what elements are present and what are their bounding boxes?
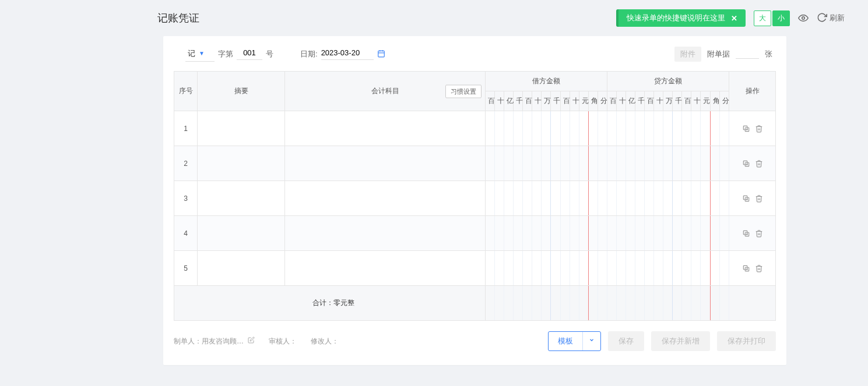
credit-digit[interactable] [654,146,663,181]
debit-digit[interactable] [514,146,523,181]
credit-digit[interactable] [710,146,719,181]
template-button[interactable]: 模板 [548,331,601,351]
credit-digit[interactable] [607,216,616,251]
debit-digit[interactable] [588,146,598,181]
debit-digit[interactable] [486,146,495,181]
debit-digit[interactable] [532,216,542,251]
summary-cell[interactable] [198,251,285,286]
credit-digit[interactable] [654,111,663,146]
debit-digit[interactable] [560,146,570,181]
size-large-button[interactable]: 大 [754,10,771,26]
credit-digit[interactable] [607,251,616,286]
copy-icon[interactable] [742,264,750,272]
summary-cell[interactable] [198,146,285,181]
debit-digit[interactable] [579,181,588,216]
debit-digit[interactable] [588,111,598,146]
credit-digit[interactable] [625,111,635,146]
debit-digit[interactable] [579,111,588,146]
debit-digit[interactable] [551,251,560,286]
debit-digit[interactable] [495,146,504,181]
credit-digit[interactable] [710,216,719,251]
debit-digit[interactable] [588,251,598,286]
credit-digit[interactable] [682,251,691,286]
summary-input[interactable] [198,112,284,146]
debit-digit[interactable] [551,181,560,216]
debit-digit[interactable] [579,216,588,251]
debit-digit[interactable] [504,181,514,216]
credit-digit[interactable] [701,146,710,181]
credit-digit[interactable] [710,181,719,216]
debit-digit[interactable] [551,216,560,251]
debit-digit[interactable] [542,181,551,216]
delete-icon[interactable] [755,124,763,133]
credit-digit[interactable] [645,216,654,251]
debit-digit[interactable] [495,251,504,286]
debit-digit[interactable] [523,111,532,146]
debit-digit[interactable] [495,216,504,251]
calendar-icon[interactable] [377,49,385,59]
credit-digit[interactable] [635,111,645,146]
delete-icon[interactable] [755,229,763,238]
summary-cell[interactable] [198,181,285,216]
credit-digit[interactable] [673,111,682,146]
credit-digit[interactable] [616,181,625,216]
credit-digit[interactable] [719,251,729,286]
debit-digit[interactable] [504,111,514,146]
credit-digit[interactable] [710,111,719,146]
debit-digit[interactable] [598,181,607,216]
debit-digit[interactable] [570,111,579,146]
debit-digit[interactable] [532,251,542,286]
debit-digit[interactable] [514,181,523,216]
credit-digit[interactable] [616,251,625,286]
voucher-type-select[interactable]: 记 ▼ [185,47,215,62]
debit-digit[interactable] [588,216,598,251]
credit-digit[interactable] [691,181,701,216]
debit-digit[interactable] [542,216,551,251]
credit-digit[interactable] [625,146,635,181]
debit-digit[interactable] [542,146,551,181]
credit-digit[interactable] [663,251,673,286]
habit-settings-button[interactable]: 习惯设置 [445,84,482,98]
debit-digit[interactable] [486,216,495,251]
save-new-button[interactable]: 保存并新增 [651,331,710,351]
debit-digit[interactable] [560,216,570,251]
account-cell[interactable] [285,111,486,146]
debit-digit[interactable] [570,216,579,251]
close-icon[interactable]: ✕ [731,14,737,23]
credit-digit[interactable] [673,181,682,216]
copy-icon[interactable] [742,124,750,133]
save-button[interactable]: 保存 [608,331,644,351]
account-cell[interactable] [285,146,486,181]
debit-digit[interactable] [486,251,495,286]
eye-icon[interactable] [798,13,809,23]
credit-digit[interactable] [719,216,729,251]
credit-digit[interactable] [625,181,635,216]
credit-digit[interactable] [719,146,729,181]
credit-digit[interactable] [635,181,645,216]
debit-digit[interactable] [514,251,523,286]
credit-digit[interactable] [654,181,663,216]
credit-digit[interactable] [645,181,654,216]
debit-digit[interactable] [495,181,504,216]
debit-digit[interactable] [486,111,495,146]
delete-icon[interactable] [755,159,763,168]
debit-digit[interactable] [588,181,598,216]
credit-digit[interactable] [607,181,616,216]
debit-digit[interactable] [504,146,514,181]
credit-digit[interactable] [663,146,673,181]
credit-digit[interactable] [691,146,701,181]
debit-digit[interactable] [570,251,579,286]
credit-digit[interactable] [635,216,645,251]
credit-digit[interactable] [635,146,645,181]
credit-digit[interactable] [691,251,701,286]
debit-digit[interactable] [598,216,607,251]
save-print-button[interactable]: 保存并打印 [717,331,776,351]
credit-digit[interactable] [719,181,729,216]
credit-digit[interactable] [710,251,719,286]
credit-digit[interactable] [701,111,710,146]
credit-digit[interactable] [625,216,635,251]
credit-digit[interactable] [616,111,625,146]
debit-digit[interactable] [579,251,588,286]
credit-digit[interactable] [616,146,625,181]
debit-digit[interactable] [551,146,560,181]
